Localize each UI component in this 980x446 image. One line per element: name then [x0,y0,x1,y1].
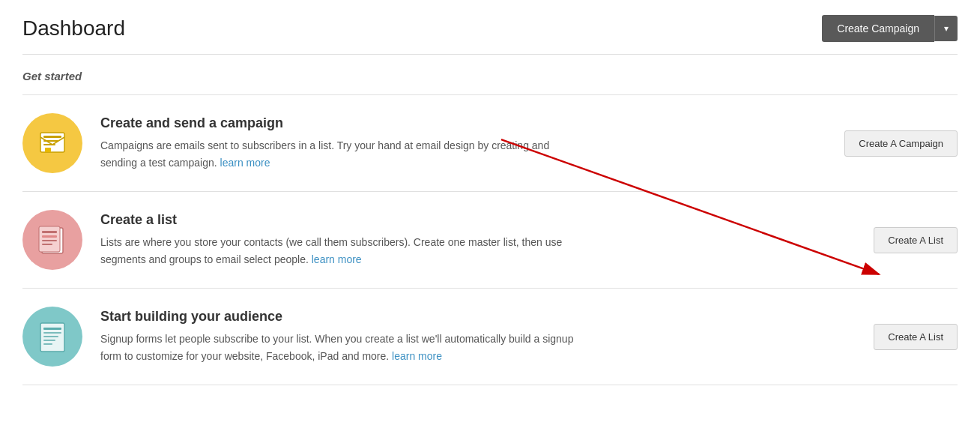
audience-learn-more-link[interactable]: learn more [392,350,442,362]
list-learn-more-link[interactable]: learn more [312,253,362,265]
sections-wrapper: Create and send a campaign Campaigns are… [22,94,958,385]
svg-rect-12 [39,226,60,252]
svg-rect-21 [43,340,55,341]
campaign-section: Create and send a campaign Campaigns are… [22,94,958,191]
svg-rect-2 [40,133,64,152]
page-title: Dashboard [22,16,125,40]
campaign-content: Create and send a campaign Campaigns are… [100,115,829,171]
list-title: Create a list [100,212,859,228]
svg-rect-14 [42,235,57,238]
list-icon [34,222,70,258]
svg-rect-22 [43,343,52,345]
campaign-title: Create and send a campaign [100,115,829,131]
svg-rect-15 [42,240,57,241]
header: Dashboard Create Campaign ▾ [22,15,958,55]
header-actions: Create Campaign ▾ [822,15,958,42]
list-section: Create a list Lists are where you store … [22,191,958,288]
list-icon-circle [22,210,82,270]
create-a-list-button-1[interactable]: Create A List [874,227,958,253]
create-a-list-button-2[interactable]: Create A List [874,324,958,350]
svg-rect-13 [42,231,57,233]
svg-rect-19 [43,332,61,334]
audience-icon-circle [22,307,82,367]
page-container: Dashboard Create Campaign ▾ Get started [0,0,980,400]
list-action: Create A List [859,227,958,253]
svg-rect-3 [43,136,61,138]
campaign-desc: Campaigns are emails sent to subscribers… [100,137,580,171]
svg-rect-18 [43,328,61,330]
campaign-icon-circle [22,113,82,173]
get-started-label: Get started [22,70,958,82]
audience-title: Start building your audience [100,309,859,325]
svg-rect-20 [43,336,58,337]
create-campaign-button[interactable]: Create Campaign [822,15,934,42]
audience-icon [34,319,70,355]
svg-rect-6 [45,148,51,152]
audience-content: Start building your audience Signup form… [100,309,859,364]
audience-action: Create A List [859,324,958,350]
svg-rect-16 [42,244,52,245]
create-a-campaign-button[interactable]: Create A Campaign [844,130,958,157]
audience-desc: Signup forms let people subscribe to you… [100,331,580,364]
campaign-icon [34,125,70,161]
list-desc: Lists are where you store your contacts … [100,234,580,268]
campaign-action: Create A Campaign [829,130,958,157]
list-content: Create a list Lists are where you store … [100,212,859,268]
audience-section: Start building your audience Signup form… [22,288,958,385]
create-campaign-dropdown-button[interactable]: ▾ [934,16,958,41]
campaign-learn-more-link[interactable]: learn more [220,157,270,169]
